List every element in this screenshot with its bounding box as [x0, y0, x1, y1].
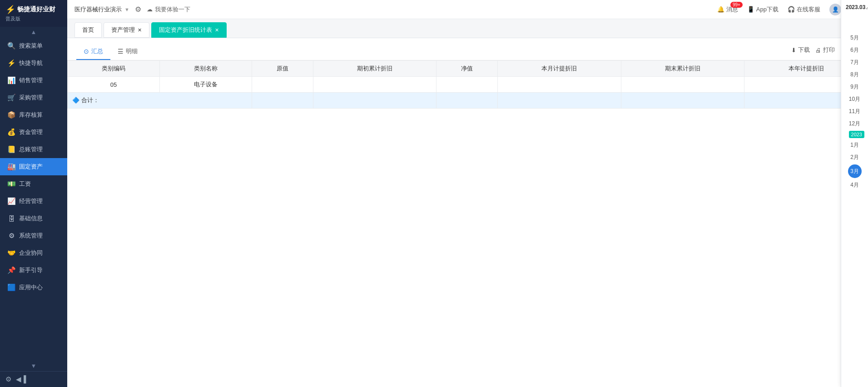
collapse-icon[interactable]: ◀▐ — [16, 375, 26, 383]
date-panel: 2023.03 ⤢ ✕ 5月6月7月8月9月10月11月12月20231月2月3… — [841, 0, 868, 387]
total-original — [252, 93, 313, 109]
notifications-badge: 99+ — [730, 2, 743, 8]
sidebar-icon-fixed-asset: 🏭 — [7, 163, 15, 171]
depreciation-table: 类别编码 类别名称 原值 期初累计折旧 净值 本月计提折旧 期末累计折旧 本年计… — [67, 60, 868, 109]
sidebar-item-inventory[interactable]: 📦 库存核算 — [0, 106, 67, 124]
tab-asset-mgmt[interactable]: 资产管理 ✕ — [104, 22, 149, 38]
date-month-8月[interactable]: 8月 — [841, 69, 868, 81]
date-month-6月[interactable]: 6月 — [841, 44, 868, 56]
detail-icon: ☰ — [118, 48, 124, 55]
print-btn[interactable]: 🖨 打印 — [815, 46, 835, 54]
company-settings-icon[interactable]: ⚙ — [135, 5, 141, 14]
sub-tab-summary-label: 汇总 — [91, 47, 103, 55]
sidebar-icon-sales: 📊 — [7, 76, 15, 84]
app-download-btn[interactable]: 📱 App下载 — [747, 5, 779, 14]
date-month-2023-2月[interactable]: 2月 — [841, 151, 868, 164]
sidebar: ⚡ 畅捷通好业财 普及版 ▲ 🔍 搜索菜单⚡ 快捷导航📊 销售管理🛒 采购管理📦… — [0, 0, 67, 387]
sidebar-item-ops[interactable]: 📈 经营管理 — [0, 193, 67, 210]
sidebar-item-quick-nav[interactable]: ⚡ 快捷导航 — [0, 55, 67, 72]
cell-ending-dep — [621, 77, 744, 93]
date-month-2023-1月[interactable]: 1月 — [841, 139, 868, 151]
sidebar-icon-purchase: 🛒 — [7, 94, 15, 102]
content-header: ⊙ 汇总 ☰ 明细 ⬇ 下载 🖨 打印 ↻ 刷 — [67, 38, 868, 60]
topbar: 医疗器械行业演示 ▼ ⚙ ☁ 我要体验一下 🔔 消息 99+ 📱 App下载 🎧… — [67, 0, 868, 19]
settings-icon[interactable]: ⚙ — [5, 375, 11, 383]
sidebar-label-collab: 企业协同 — [19, 249, 43, 257]
experience-button[interactable]: ☁ 我要体验一下 — [147, 5, 190, 14]
sidebar-item-base-info[interactable]: 🗄 基础信息 — [0, 210, 67, 227]
total-monthly-dep — [497, 93, 621, 109]
date-month-11月[interactable]: 11月 — [841, 105, 868, 118]
company-dropdown-icon: ▼ — [124, 7, 129, 12]
download-btn[interactable]: ⬇ 下载 — [791, 46, 810, 54]
sidebar-label-apps: 应用中心 — [19, 283, 43, 292]
col-initial-depreciation: 期初累计折旧 — [313, 61, 436, 77]
sidebar-item-sys[interactable]: ⚙ 系统管理 — [0, 227, 67, 244]
date-month-9月[interactable]: 9月 — [841, 81, 868, 93]
date-month-5月[interactable]: 5月 — [841, 32, 868, 44]
sidebar-icon-search: 🔍 — [7, 42, 15, 50]
avatar: 👤 — [829, 4, 841, 15]
date-month-12月[interactable]: 12月 — [841, 118, 868, 130]
sidebar-icon-guide: 📌 — [7, 266, 15, 274]
sidebar-item-ledger[interactable]: 📒 总账管理 — [0, 141, 67, 158]
tab-fixed-asset-depreciation-close[interactable]: ✕ — [215, 27, 219, 33]
tab-home-label: 首页 — [82, 26, 94, 34]
sidebar-item-fixed-asset[interactable]: 🏭 固定资产 — [0, 158, 67, 175]
download-icon: 📱 — [747, 6, 754, 13]
sub-tabs: ⊙ 汇总 ☰ 明细 — [76, 44, 145, 60]
sidebar-logo: ⚡ 畅捷通好业财 普及版 — [0, 0, 67, 27]
sub-tab-summary[interactable]: ⊙ 汇总 — [76, 44, 110, 60]
tab-fixed-asset-depreciation-label: 固定资产折旧统计表 — [159, 26, 212, 34]
online-service-btn[interactable]: 🎧 在线客服 — [788, 5, 820, 14]
sidebar-bottom: ⚙ ◀▐ — [0, 371, 67, 387]
sidebar-icon-payroll: 💵 — [7, 180, 15, 188]
cell-original — [252, 77, 313, 93]
date-month-10月[interactable]: 10月 — [841, 93, 868, 105]
date-panel-title: 2023.03 — [846, 4, 865, 10]
tab-fixed-asset-depreciation[interactable]: 固定资产折旧统计表 ✕ — [151, 22, 227, 38]
sidebar-icon-collab: 🤝 — [7, 249, 15, 257]
sidebar-label-quick-nav: 快捷导航 — [19, 59, 43, 67]
total-ending-dep — [621, 93, 744, 109]
sidebar-item-guide[interactable]: 📌 新手引导 — [0, 262, 67, 279]
download-action-icon: ⬇ — [791, 47, 796, 54]
sidebar-item-sales[interactable]: 📊 销售管理 — [0, 72, 67, 89]
tabs-bar: 首页 资产管理 ✕ 固定资产折旧统计表 ✕ — [67, 19, 868, 38]
date-month-2023-3月[interactable]: 3月 — [848, 164, 862, 178]
sidebar-item-apps[interactable]: 🟦 应用中心 — [0, 279, 67, 296]
col-original: 原值 — [252, 61, 313, 77]
total-label: 🔷合计： — [68, 93, 252, 109]
sidebar-scroll-down[interactable]: ▼ — [0, 361, 67, 371]
notifications-btn[interactable]: 🔔 消息 99+ — [717, 5, 738, 14]
date-month-2023-4月[interactable]: 4月 — [841, 179, 868, 191]
sidebar-label-payroll: 工资 — [19, 180, 31, 188]
sidebar-item-collab[interactable]: 🤝 企业协同 — [0, 244, 67, 262]
company-selector[interactable]: 医疗器械行业演示 ▼ — [74, 5, 129, 14]
depreciation-table-container: 类别编码 类别名称 原值 期初累计折旧 净值 本月计提折旧 期末累计折旧 本年计… — [67, 60, 868, 387]
sidebar-item-purchase[interactable]: 🛒 采购管理 — [0, 89, 67, 106]
sidebar-label-sys: 系统管理 — [19, 232, 43, 240]
headset-icon: 🎧 — [788, 6, 795, 13]
sidebar-label-ledger: 总账管理 — [19, 145, 43, 154]
sidebar-item-search[interactable]: 🔍 搜索菜单 — [0, 37, 67, 55]
app-name: ⚡ 畅捷通好业财 — [5, 5, 55, 15]
sub-tab-detail[interactable]: ☰ 明细 — [110, 44, 145, 60]
sidebar-item-payroll[interactable]: 💵 工资 — [0, 175, 67, 193]
date-month-7月[interactable]: 7月 — [841, 56, 868, 69]
main-area: 医疗器械行业演示 ▼ ⚙ ☁ 我要体验一下 🔔 消息 99+ 📱 App下载 🎧… — [67, 0, 868, 387]
sidebar-item-finance[interactable]: 💰 资金管理 — [0, 124, 67, 141]
date-year-2023-row: 2023 — [841, 131, 868, 138]
company-name: 医疗器械行业演示 — [74, 5, 122, 14]
total-initial-dep — [313, 93, 436, 109]
sidebar-nav: 🔍 搜索菜单⚡ 快捷导航📊 销售管理🛒 采购管理📦 库存核算💰 资金管理📒 总账… — [0, 37, 67, 361]
cell-name: 电子设备 — [160, 77, 252, 93]
sidebar-icon-ops: 📈 — [7, 197, 15, 205]
bell-icon: 🔔 — [717, 6, 724, 13]
tab-asset-mgmt-close[interactable]: ✕ — [138, 27, 142, 33]
date-panel-expand-icon[interactable]: ⤢ — [865, 4, 868, 11]
tab-home[interactable]: 首页 — [74, 22, 102, 38]
sidebar-scroll-up[interactable]: ▲ — [0, 27, 67, 37]
sidebar-label-ops: 经营管理 — [19, 197, 43, 205]
date-panel-months: 5月6月7月8月9月10月11月12月20231月2月3月4月 — [841, 27, 868, 191]
